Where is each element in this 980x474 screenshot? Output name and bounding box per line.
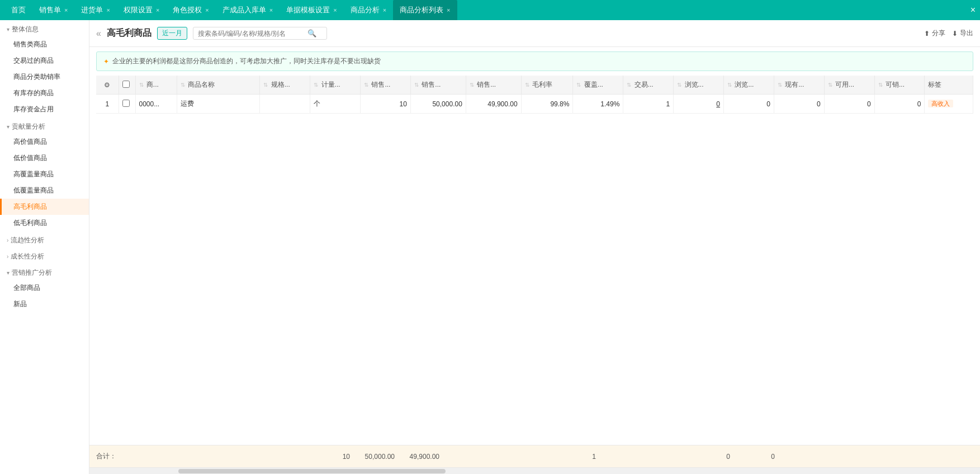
collapse-sidebar-button[interactable]: « bbox=[96, 29, 101, 39]
nav-tab-home[interactable]: 首页 bbox=[4, 0, 32, 20]
nav-tab-product-analysis[interactable]: 商品分析 × bbox=[344, 0, 393, 20]
col-browse1[interactable]: ⇅ 浏览... bbox=[674, 76, 724, 95]
export-button[interactable]: ⬇ 导出 bbox=[952, 29, 973, 38]
row-code[interactable]: 0000... bbox=[135, 95, 177, 114]
nav-tab-close[interactable]: × bbox=[447, 7, 450, 13]
nav-tab-permissions[interactable]: 权限设置 × bbox=[117, 0, 166, 20]
sort-icon: ⇅ bbox=[727, 82, 732, 88]
sort-icon: ⇅ bbox=[778, 82, 782, 88]
sidebar-item-high-coverage[interactable]: 高覆盖量商品 bbox=[0, 166, 89, 182]
col-code[interactable]: ⇅ 商... bbox=[135, 76, 177, 95]
sort-icon: ⇅ bbox=[828, 82, 832, 88]
sort-icon: ⇅ bbox=[677, 82, 681, 88]
sidebar-group-overall[interactable]: ▾ 整体信息 bbox=[0, 20, 89, 36]
nav-tab-label: 商品分析列表 bbox=[400, 5, 443, 15]
search-input[interactable] bbox=[198, 30, 304, 37]
sidebar-item-traded-goods[interactable]: 交易过的商品 bbox=[0, 53, 89, 69]
sidebar-group-label: 流趋性分析 bbox=[11, 236, 44, 245]
row-sales-amount: 50,000.00 bbox=[410, 95, 466, 114]
nav-tab-warehouse[interactable]: 产成品入库单 × bbox=[216, 0, 280, 20]
col-name[interactable]: ⇅ 商品名称 bbox=[177, 76, 260, 95]
header-actions: ⬆ 分享 ⬇ 导出 bbox=[924, 29, 973, 38]
row-coverage: 1.49% bbox=[573, 95, 623, 114]
nav-tab-close[interactable]: × bbox=[333, 7, 337, 13]
sort-icon: ⇅ bbox=[414, 82, 419, 88]
table-row: 1 0000... 运费 个 10 50,000.00 49,900.00 99… bbox=[96, 95, 973, 114]
col-unit[interactable]: ⇅ 计量... bbox=[310, 76, 361, 95]
sidebar-item-low-coverage[interactable]: 低覆盖量商品 bbox=[0, 182, 89, 199]
nav-tab-close[interactable]: × bbox=[205, 7, 209, 13]
sidebar-group-contribution[interactable]: ▾ 贡献量分析 bbox=[0, 118, 89, 134]
row-browse1[interactable]: 0 bbox=[674, 95, 724, 114]
scrollbar-thumb[interactable] bbox=[178, 469, 446, 473]
sidebar-item-in-stock[interactable]: 有库存的商品 bbox=[0, 85, 89, 101]
col-browse2[interactable]: ⇅ 浏览... bbox=[724, 76, 774, 95]
nav-tab-label: 单据模板设置 bbox=[286, 5, 330, 15]
nav-tab-purchase[interactable]: 进货单 × bbox=[74, 0, 116, 20]
col-settings[interactable]: ⚙ bbox=[96, 76, 119, 95]
row-index: 1 bbox=[96, 95, 119, 114]
col-sales-amount[interactable]: ⇅ 销售... bbox=[410, 76, 466, 95]
share-label: 分享 bbox=[932, 29, 945, 38]
nav-tab-close[interactable]: × bbox=[106, 7, 110, 13]
banner-text: 企业的主要的利润都是这部分商品创造的，可考虑加大推广，同时关注库存是不要出现缺货 bbox=[112, 57, 381, 66]
sidebar-item-high-value[interactable]: 高价值商品 bbox=[0, 134, 89, 150]
share-button[interactable]: ⬆ 分享 bbox=[924, 29, 945, 38]
row-sales-cost: 49,900.00 bbox=[466, 95, 521, 114]
nav-tab-close[interactable]: × bbox=[156, 7, 159, 13]
close-all-button[interactable]: × bbox=[970, 5, 976, 15]
row-checkbox[interactable] bbox=[119, 95, 135, 114]
sidebar-item-new-goods[interactable]: 新品 bbox=[0, 296, 89, 312]
nav-tab-product-analysis-list[interactable]: 商品分析列表 × bbox=[393, 0, 457, 20]
sidebar-item-low-margin[interactable]: 低毛利商品 bbox=[0, 215, 89, 231]
col-sales-cost[interactable]: ⇅ 销售... bbox=[466, 76, 521, 95]
sidebar-item-sales-goods[interactable]: 销售类商品 bbox=[0, 36, 89, 53]
row-sales-qty: 10 bbox=[361, 95, 411, 114]
sidebar-item-capital-occupied[interactable]: 库存资金占用 bbox=[0, 101, 89, 118]
col-tag: 标签 bbox=[925, 76, 973, 95]
row-unit: 个 bbox=[310, 95, 361, 114]
filter-period-button[interactable]: 近一月 bbox=[157, 27, 187, 40]
col-available-stock[interactable]: ⇅ 可用... bbox=[824, 76, 874, 95]
col-sales-qty[interactable]: ⇅ 销售... bbox=[361, 76, 411, 95]
nav-tab-roles[interactable]: 角色授权 × bbox=[166, 0, 215, 20]
col-current-stock[interactable]: ⇅ 现有... bbox=[774, 76, 824, 95]
sidebar-group-trend[interactable]: › 流趋性分析 bbox=[0, 231, 89, 247]
sidebar-group-label: 营销推广分析 bbox=[12, 268, 52, 278]
sidebar-group-label: 整体信息 bbox=[12, 25, 39, 34]
col-margin-rate[interactable]: ⇅ 毛利率 bbox=[521, 76, 573, 95]
sidebar-item-low-value[interactable]: 低价值商品 bbox=[0, 150, 89, 166]
sidebar-item-category-rate[interactable]: 商品分类助销率 bbox=[0, 69, 89, 85]
nav-tab-template[interactable]: 单据模板设置 × bbox=[280, 0, 343, 20]
nav-tab-close[interactable]: × bbox=[64, 7, 68, 13]
horizontal-scrollbar[interactable] bbox=[89, 467, 980, 474]
footer-values: 10 50,000.00 49,900.00 1 0 0 bbox=[141, 453, 973, 461]
sort-icon: ⇅ bbox=[470, 82, 474, 88]
row-name[interactable]: 运费 bbox=[177, 95, 260, 114]
row-available-stock: 0 bbox=[824, 95, 874, 114]
content-area: « 高毛利商品 近一月 🔍 ⬆ 分享 ⬇ 导出 ✦ 企业的主要的利润都是这部 bbox=[89, 20, 980, 474]
col-coverage[interactable]: ⇅ 覆盖... bbox=[573, 76, 623, 95]
sidebar-item-high-margin[interactable]: 高毛利商品 bbox=[0, 199, 89, 215]
table-footer: 合计： 10 50,000.00 49,900.00 1 0 0 bbox=[89, 445, 980, 467]
table-container[interactable]: ⚙ ⇅ 商... ⇅ 商品名称 ⇅ bbox=[89, 76, 980, 445]
row-select-checkbox[interactable] bbox=[122, 100, 130, 107]
sidebar-group-growth[interactable]: › 成长性分析 bbox=[0, 247, 89, 264]
sidebar: ▾ 整体信息 销售类商品 交易过的商品 商品分类助销率 有库存的商品 库存资金占… bbox=[0, 20, 89, 474]
nav-tab-close[interactable]: × bbox=[269, 7, 273, 13]
select-all-checkbox[interactable] bbox=[122, 81, 130, 88]
nav-tab-sales[interactable]: 销售单 × bbox=[32, 0, 74, 20]
sort-icon: ⇅ bbox=[263, 82, 268, 88]
row-browse2: 0 bbox=[724, 95, 774, 114]
search-icon[interactable]: 🔍 bbox=[307, 29, 316, 37]
sidebar-group-marketing[interactable]: ▾ 营销推广分析 bbox=[0, 264, 89, 280]
nav-tab-close[interactable]: × bbox=[383, 7, 386, 13]
sort-icon: ⇅ bbox=[181, 82, 185, 88]
row-current-stock: 0 bbox=[774, 95, 824, 114]
footer-label: 合计： bbox=[96, 452, 130, 461]
col-trade[interactable]: ⇅ 交易... bbox=[623, 76, 674, 95]
col-saleable-stock[interactable]: ⇅ 可销... bbox=[874, 76, 925, 95]
sidebar-item-all-goods[interactable]: 全部商品 bbox=[0, 280, 89, 296]
sort-icon: ⇅ bbox=[364, 82, 368, 88]
col-spec[interactable]: ⇅ 规格... bbox=[260, 76, 310, 95]
